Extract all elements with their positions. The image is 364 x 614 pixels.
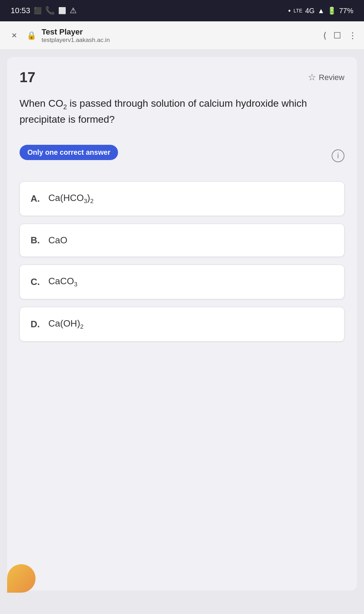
star-icon: ☆	[308, 72, 316, 83]
signal-dots: •	[288, 7, 291, 15]
status-right: • LTE 4G ▲ 🔋 77%	[288, 6, 353, 15]
option-d[interactable]: D. Ca(OH)2	[20, 307, 344, 342]
network-type: 4G	[305, 7, 315, 15]
question-header: 17 ☆ Review	[20, 69, 344, 85]
badge-row: Only one correct answer i	[20, 145, 344, 167]
answer-type-badge: Only one correct answer	[20, 145, 118, 160]
phone-frame: 10:53 ⬛ 📞 ⬜ ⚠ • LTE 4G ▲ 🔋 77% × 🔒 Test …	[0, 0, 364, 614]
option-c[interactable]: C. CaCO3	[20, 265, 344, 299]
status-left: 10:53 ⬛ 📞 ⬜ ⚠	[11, 6, 77, 15]
content-area: 17 ☆ Review When CO2 is passed through s…	[0, 50, 364, 614]
time-display: 10:53	[11, 6, 30, 15]
options-container: A. Ca(HCO3)2 B. CaO C. CaCO3 D. Ca(OH)2	[20, 181, 344, 342]
option-a-text: Ca(HCO3)2	[48, 192, 93, 205]
close-tab-button[interactable]: ×	[7, 28, 21, 43]
tab-button[interactable]: ☐	[333, 31, 341, 41]
call-icon: 📞	[45, 6, 55, 15]
share-button[interactable]: ⟨	[323, 31, 326, 41]
battery-percent: 77%	[339, 7, 353, 15]
browser-bar: × 🔒 Test Player testplayerv1.aakash.ac.i…	[0, 21, 364, 50]
question-text-part1: When CO2 is passed through solution of c…	[20, 98, 307, 125]
signal-bars-icon: ▲	[317, 7, 325, 15]
info-button[interactable]: i	[332, 149, 344, 162]
browser-title: Test Player	[42, 27, 318, 37]
lte-icon: LTE	[294, 8, 303, 14]
info-icon: i	[337, 151, 339, 160]
close-icon: ×	[11, 30, 17, 41]
option-a-label: A.	[31, 193, 41, 204]
browser-actions: ⟨ ☐ ⋮	[323, 31, 357, 41]
option-b[interactable]: B. CaO	[20, 224, 344, 257]
option-d-text: Ca(OH)2	[48, 318, 84, 330]
answer-type-label: Only one correct answer	[27, 148, 110, 157]
option-a[interactable]: A. Ca(HCO3)2	[20, 181, 344, 216]
decorative-fruit-graphic	[7, 564, 36, 593]
option-b-label: B.	[31, 235, 41, 246]
option-b-text: CaO	[48, 235, 67, 246]
battery-icon: 🔋	[327, 6, 336, 15]
question-number: 17	[20, 69, 36, 85]
option-d-label: D.	[31, 319, 41, 330]
screen-record-icon: ⬜	[58, 7, 66, 15]
do-not-disturb-icon: ⬛	[34, 7, 42, 15]
status-bar: 10:53 ⬛ 📞 ⬜ ⚠ • LTE 4G ▲ 🔋 77%	[0, 0, 364, 21]
review-label: Review	[319, 73, 344, 82]
lock-icon: 🔒	[27, 31, 36, 40]
browser-url: testplayerv1.aakash.ac.in	[42, 37, 318, 44]
question-text: When CO2 is passed through solution of c…	[20, 96, 344, 127]
menu-button[interactable]: ⋮	[348, 31, 357, 41]
option-c-label: C.	[31, 276, 41, 287]
review-button[interactable]: ☆ Review	[308, 72, 344, 83]
alert-icon: ⚠	[70, 6, 77, 15]
question-card: 17 ☆ Review When CO2 is passed through s…	[7, 57, 357, 591]
option-c-text: CaCO3	[48, 276, 77, 288]
browser-title-area: Test Player testplayerv1.aakash.ac.in	[42, 27, 318, 44]
